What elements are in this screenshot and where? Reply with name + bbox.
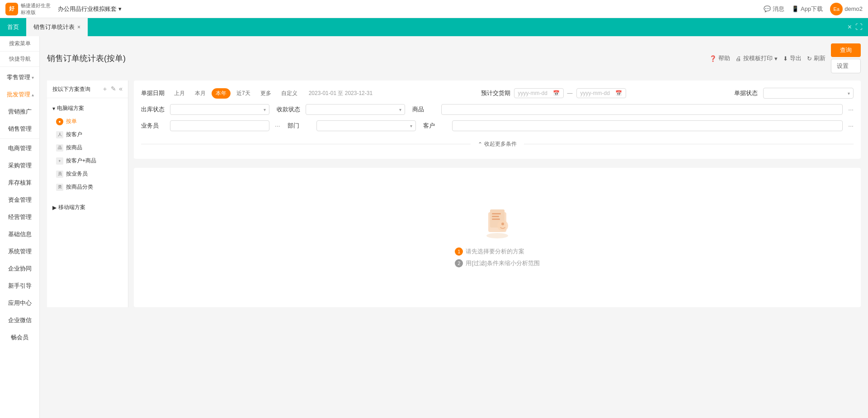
- collapse-panel-icon[interactable]: «: [119, 85, 123, 93]
- scheme-item-by-customer[interactable]: 人 按客户: [47, 128, 128, 141]
- salesman-field: 业务员 ···: [141, 120, 280, 131]
- sidebar-item-app-center[interactable]: 应用中心: [0, 294, 39, 312]
- app-download-button[interactable]: 📱 App下载: [792, 5, 823, 13]
- expected-date-label: 预计交货期: [481, 89, 510, 97]
- expected-date-start[interactable]: yyyy-mm-dd 📅: [514, 88, 564, 98]
- date-btn-custom[interactable]: 自定义: [277, 88, 302, 99]
- app-selector[interactable]: 办公用品行业模拟账套 ▾: [58, 5, 122, 13]
- refresh-button[interactable]: ↻ 刷新: [807, 54, 826, 62]
- sidebar-item-purchase[interactable]: 采购管理: [0, 157, 39, 174]
- chevron-up-icon: ▴: [32, 92, 34, 97]
- left-panel-icons: ＋ ✎ «: [102, 85, 123, 93]
- query-button[interactable]: 查询: [831, 43, 861, 57]
- sidebar-item-wholesale[interactable]: 批发管理 ▴: [0, 86, 39, 103]
- pay-status-label: 收款状态: [277, 105, 302, 114]
- main-layout: 搜索菜单 快捷导航 零售管理 ▾ 批发管理 ▴ 营销推广 销售管理 电商管理: [0, 36, 868, 418]
- user-profile[interactable]: Ea demo2: [830, 3, 863, 15]
- scheme-item-by-salesman[interactable]: 员 按业务员: [47, 167, 128, 180]
- sidebar-item-inventory[interactable]: 库存核算: [0, 174, 39, 191]
- collapse-line-left: [141, 144, 471, 144]
- department-select[interactable]: [316, 120, 416, 131]
- sidebar-item-marketing[interactable]: 营销推广: [0, 103, 39, 120]
- sidebar-item-management[interactable]: 经营管理: [0, 209, 39, 226]
- goods-more-icon[interactable]: ···: [848, 106, 854, 113]
- sidebar-item-basic-info[interactable]: 基础信息: [0, 226, 39, 243]
- scheme-icon: +: [56, 157, 63, 165]
- customer-more-icon[interactable]: ···: [848, 122, 854, 129]
- scheme-item-by-customer-goods[interactable]: + 按客户+商品: [47, 154, 128, 167]
- tab-sales-statistics[interactable]: 销售订单统计表 ×: [26, 18, 88, 36]
- nav-tabs: 首页 销售订单统计表 × × ⛶: [0, 18, 868, 36]
- sidebar-item-wechat[interactable]: 企业微信: [0, 312, 39, 329]
- collapse-line-right: [524, 144, 854, 144]
- empty-hints: 1 请先选择要分析的方案 2 用[过滤]条件来缩小分析范围: [455, 247, 539, 271]
- pay-status-select[interactable]: [306, 104, 405, 115]
- mobile-scheme-section: ▶ 移动端方案: [47, 197, 128, 218]
- empty-hint-1: 1 请先选择要分析的方案: [455, 247, 539, 256]
- message-button[interactable]: 💬 消息: [764, 5, 784, 13]
- scheme-item-by-order[interactable]: ● 按单: [47, 115, 128, 128]
- page-title: 销售订单统计表(按单): [47, 53, 126, 64]
- hint-number-2: 2: [455, 259, 463, 267]
- collapse-button[interactable]: ⌃ 收起更多条件: [474, 137, 520, 152]
- department-select-wrapper: [316, 120, 416, 131]
- settings-button[interactable]: 设置: [831, 59, 861, 73]
- date-btn-this-year[interactable]: 本年: [212, 88, 231, 99]
- search-menu-item[interactable]: 搜索菜单: [0, 36, 39, 52]
- download-icon: 📱: [792, 5, 799, 12]
- date-separator: —: [567, 90, 573, 96]
- calendar-icon: 📅: [615, 90, 622, 96]
- sidebar-item-enterprise[interactable]: 企业协同: [0, 260, 39, 277]
- sidebar-item-system[interactable]: 系统管理: [0, 243, 39, 260]
- salesman-more-icon[interactable]: ···: [275, 122, 280, 129]
- salesman-input[interactable]: [170, 120, 269, 131]
- sidebar-item-ecommerce[interactable]: 电商管理: [0, 140, 39, 157]
- edit-scheme-icon[interactable]: ✎: [111, 85, 116, 93]
- sidebar-item-vip[interactable]: 畅会员: [0, 329, 39, 346]
- quick-nav-item[interactable]: 快捷导航: [0, 52, 39, 67]
- scheme-section: ▾ 电脑端方案 ● 按单 人 按客户 品 按商品: [47, 98, 128, 197]
- tab-home[interactable]: 首页: [0, 18, 26, 36]
- status-select[interactable]: [763, 88, 854, 99]
- date-btn-more[interactable]: 更多: [256, 88, 275, 99]
- sidebar-item-sales[interactable]: 销售管理: [0, 120, 39, 138]
- empty-icon: [479, 204, 515, 240]
- sidebar-item-retail[interactable]: 零售管理 ▾: [0, 69, 39, 86]
- date-filter-field: 单据日期 上月 本月 本年 近7天 更多 自定义: [141, 88, 373, 99]
- add-scheme-icon[interactable]: ＋: [102, 85, 108, 93]
- customer-input[interactable]: [452, 120, 843, 131]
- filter-area: 按以下方案查询 ＋ ✎ « ▾ 电脑端方案 ●: [47, 81, 861, 307]
- goods-input[interactable]: [441, 104, 843, 115]
- salesman-label: 业务员: [141, 122, 166, 130]
- date-btn-this-month[interactable]: 本月: [191, 88, 210, 99]
- sidebar-item-finance[interactable]: 资金管理: [0, 191, 39, 209]
- pay-status-field: 收款状态: [277, 104, 405, 115]
- date-label: 单据日期: [141, 89, 166, 97]
- print-button[interactable]: 🖨 按模板打印 ▾: [736, 54, 778, 62]
- pc-scheme-group[interactable]: ▾ 电脑端方案: [47, 102, 128, 115]
- sidebar-item-guide[interactable]: 新手引导: [0, 277, 39, 294]
- customer-field: 客户 ···: [423, 120, 854, 131]
- main-filter-content: 单据日期 上月 本月 本年 近7天 更多 自定义: [134, 81, 861, 307]
- chevron-down-icon: ▾: [32, 75, 34, 80]
- maximize-icon[interactable]: ⛶: [855, 23, 863, 31]
- svg-point-7: [501, 223, 504, 225]
- help-button[interactable]: ❓ 帮助: [709, 54, 730, 62]
- minimize-icon[interactable]: ×: [848, 23, 852, 31]
- date-btn-last-month[interactable]: 上月: [170, 88, 189, 99]
- scheme-item-by-goods[interactable]: 品 按商品: [47, 141, 128, 154]
- expected-date-end[interactable]: yyyy-mm-dd 📅: [576, 88, 626, 98]
- date-btn-7days[interactable]: 近7天: [232, 88, 255, 99]
- ship-status-select-wrapper: [170, 104, 269, 115]
- mobile-scheme-group[interactable]: ▶ 移动端方案: [47, 201, 128, 214]
- close-tab-icon[interactable]: ×: [77, 24, 80, 30]
- scheme-item-by-category[interactable]: 类 按商品分类: [47, 180, 128, 194]
- top-bar-right: 💬 消息 📱 App下载 Ea demo2: [764, 3, 863, 15]
- ship-status-select[interactable]: [170, 104, 269, 115]
- export-button[interactable]: ⬇ 导出: [783, 54, 802, 62]
- content: 销售订单统计表(按单) ❓ 帮助 🖨 按模板打印 ▾ ⬇ 导出: [40, 36, 868, 418]
- scheme-icon: 品: [56, 144, 63, 152]
- svg-rect-3: [492, 213, 501, 214]
- logo-icon: 好: [5, 3, 18, 15]
- query-btn-area: 查询 设置: [831, 43, 861, 73]
